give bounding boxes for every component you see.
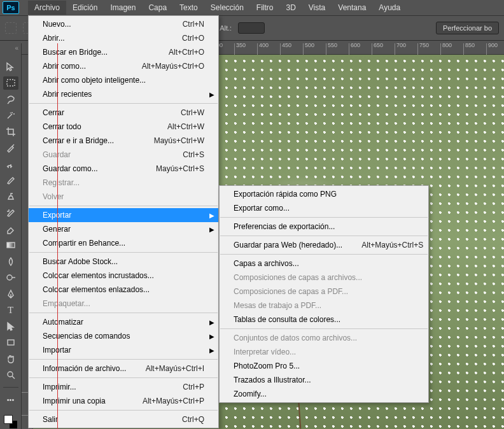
menu-item-shortcut: Alt+Mayús+Ctrl+I [146,364,204,373]
history-brush-tool-icon[interactable] [3,206,18,220]
healing-brush-tool-icon[interactable] [3,157,18,171]
menu-item-shortcut: Mayús+Ctrl+S [156,164,204,173]
menubar-item-ventana[interactable]: Ventana [332,1,372,15]
menubar-item-texto[interactable]: Texto [173,1,204,15]
menubar-item-archivo[interactable]: Archivo [28,1,66,15]
menu-item[interactable]: Tablas de consulta de colores... [220,313,428,327]
menubar-item-selección[interactable]: Selección [204,1,250,15]
menu-item-label: Zoomify... [234,390,414,398]
menu-item-shortcut: Alt+Mayús+Ctrl+P [143,397,204,405]
blur-tool-icon[interactable] [3,255,18,269]
menu-item-label: Colocar elementos enlazados... [43,285,204,294]
color-swatches[interactable] [4,415,18,429]
ruler-tick: 800 [440,43,452,55]
menu-item-label: Imprimir una copia [43,397,123,405]
menu-item: Composiciones de capas a archivos... [220,271,428,285]
menu-item[interactable]: Nuevo...Ctrl+N [29,17,218,31]
menu-item[interactable]: Zoomify... [220,387,428,401]
menu-item-label: Volver [43,192,204,201]
menu-item-label: Exportar como... [234,204,414,213]
ruler-tick: 550 [326,43,337,55]
menu-separator [220,328,428,329]
eyedropper-tool-icon[interactable] [3,141,18,155]
menu-item-label: Capas a archivos... [234,259,414,268]
foreground-color-swatch[interactable] [4,415,13,424]
clone-stamp-tool-icon[interactable] [3,190,18,204]
menu-item[interactable]: Guardar para Web (heredado)...Alt+Mayús+… [220,238,428,252]
menu-item-shortcut: Mayús+Ctrl+W [154,136,204,145]
menu-item-label: Generar [43,225,204,234]
menubar-item-3d[interactable]: 3D [279,1,302,15]
marquee-tool-icon[interactable] [3,76,18,90]
rectangle-tool-icon[interactable] [3,336,18,350]
menu-item-label: Cerrar [43,108,162,117]
menu-item[interactable]: PhotoZoom Pro 5... [220,359,428,373]
svg-rect-1 [7,243,15,248]
menubar-item-capa[interactable]: Capa [142,1,173,15]
dodge-tool-icon[interactable] [3,271,18,285]
menu-item-label: Abrir... [43,34,163,43]
menu-item[interactable]: Capas a archivos... [220,257,428,271]
menu-item[interactable]: Preferencias de exportación... [220,220,428,234]
gradient-tool-icon[interactable] [3,239,18,253]
brush-tool-icon[interactable] [3,174,18,188]
menu-separator [220,254,428,255]
submenu-arrow-icon: ▶ [209,212,214,219]
menu-item-label: Interpretar vídeo... [234,348,414,356]
menu-item-shortcut: Alt+Ctrl+W [167,122,204,131]
svg-point-4 [8,372,13,377]
menu-item: Mesas de trabajo a PDF... [220,299,428,313]
menu-item-label: Tablas de consulta de colores... [234,315,414,324]
menu-item: Interpretar vídeo... [220,345,428,359]
submenu-arrow-icon: ▶ [209,333,214,340]
menu-separator [220,217,428,218]
menubar-item-vista[interactable]: Vista [302,1,332,15]
path-selection-tool-icon[interactable] [3,320,18,334]
app-logo[interactable]: Ps [3,1,19,14]
refine-edge-button[interactable]: Perfeccionar bo [436,22,499,34]
menubar-item-edición[interactable]: Edición [66,1,104,15]
menu-item[interactable]: Trazados a Illustrator... [220,373,428,387]
menubar-item-filtro[interactable]: Filtro [250,1,280,15]
edit-toolbar-icon[interactable]: ••• [3,393,18,407]
ruler-tick: 900 [486,43,498,55]
tools-panel: T ••• [0,43,22,429]
guide-line[interactable] [57,43,58,429]
menu-item-label: Compartir en Behance... [43,239,204,248]
lasso-tool-icon[interactable] [3,92,18,106]
divider [3,387,18,388]
type-tool-icon[interactable]: T [3,304,18,318]
ruler-tick: 700 [395,43,406,55]
crop-tool-icon[interactable] [3,125,18,139]
menu-item[interactable]: Exportar como... [220,201,428,215]
menu-item-label: Abrir como... [43,62,123,71]
menu-item-label: Registrar... [43,178,204,187]
menu-item-label: Abrir como objeto inteligente... [43,76,204,85]
height-field[interactable] [238,22,265,34]
hand-tool-icon[interactable] [3,352,18,366]
menubar-item-ayuda[interactable]: Ayuda [372,1,407,15]
menu-item-label: Importar [43,346,204,355]
submenu-arrow-icon: ▶ [209,347,214,354]
menu-item-label: Trazados a Illustrator... [234,376,414,384]
menu-item-shortcut: Ctrl+P [183,383,204,391]
menubar-item-imagen[interactable]: Imagen [104,1,142,15]
ruler-tick: 500 [303,43,314,55]
menu-item[interactable]: Exportación rápida como PNG [220,187,428,201]
move-tool-icon[interactable] [3,60,18,74]
menu-item-label: Exportar [43,211,204,220]
submenu-arrow-icon: ▶ [209,319,214,326]
menu-item-label: Buscar en Bridge... [43,48,150,57]
pen-tool-icon[interactable] [3,287,18,301]
menu-item-label: PhotoZoom Pro 5... [234,362,414,370]
menu-item-shortcut: Alt+Mayús+Ctrl+S [361,241,423,250]
menu-item-label: Abrir recientes [43,90,204,99]
zoom-tool-icon[interactable] [3,369,18,383]
menubar: Ps ArchivoEdiciónImagenCapaTextoSelecció… [0,0,504,15]
menu-item-label: Guardar para Web (heredado)... [234,241,342,250]
eraser-tool-icon[interactable] [3,222,18,236]
menu-item-shortcut: Ctrl+N [183,20,204,29]
menu-exportar: Exportación rápida como PNGExportar como… [219,185,429,403]
magic-wand-tool-icon[interactable] [3,109,18,123]
ruler-tick: 450 [280,43,291,55]
